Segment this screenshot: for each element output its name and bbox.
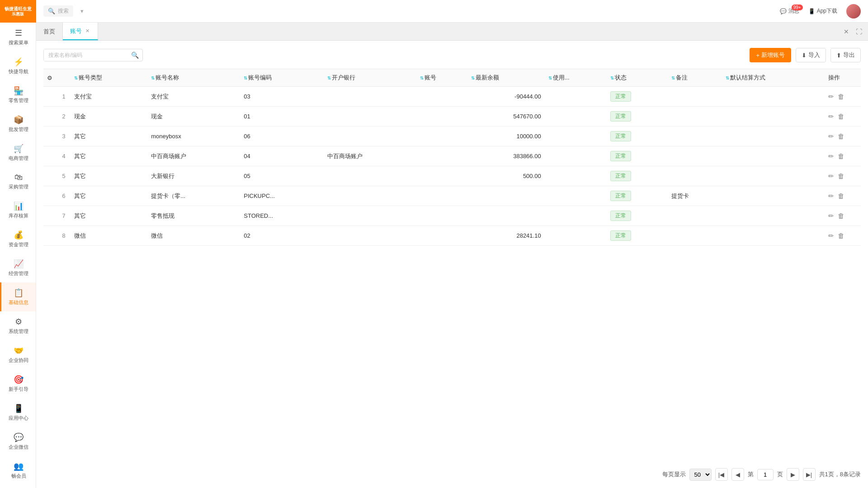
row-status-5: 正常 [607,186,668,206]
sidebar-label-wholesale-mgmt: 批发管理 [9,126,28,133]
delete-btn-1[interactable]: 🗑 [838,113,844,120]
header-search[interactable]: 🔍 搜索 [43,5,73,17]
sidebar-label-basic-info: 基础信息 [9,299,28,306]
header-search-icon: 🔍 [48,8,55,14]
sidebar-item-system-mgmt[interactable]: ⚙系统管理 [0,311,36,340]
last-page-btn[interactable]: ▶| [803,468,816,481]
sidebar-label-members: 畅会员 [11,473,26,479]
row-type-0: 支付宝 [71,87,147,107]
delete-btn-0[interactable]: 🗑 [838,93,844,100]
first-page-btn[interactable]: |◀ [715,468,728,481]
th-settings[interactable]: ⚙ [43,69,57,87]
row-bank-1 [324,107,416,127]
add-account-btn[interactable]: + 新增账号 [750,48,791,62]
edit-btn-2[interactable]: ✏ [828,132,834,141]
sidebar-item-operations[interactable]: 📈经营管理 [0,253,36,282]
edit-btn-4[interactable]: ✏ [828,172,834,180]
sidebar-item-finance[interactable]: 💰资金管理 [0,225,36,253]
app-download-label: App下载 [817,7,837,15]
sidebar-item-newbie[interactable]: 🎯新手引导 [0,369,36,398]
edit-btn-6[interactable]: ✏ [828,212,834,220]
row-name-2: moneybosx [147,127,240,146]
search-submit-btn[interactable]: 🔍 [127,52,142,59]
row-code-1: 01 [240,107,324,127]
edit-btn-5[interactable]: ✏ [828,192,834,200]
row-usage-4 [545,166,607,186]
tab-accounts[interactable]: 账号 ✕ [63,23,98,40]
row-no-5: 6 [57,186,71,206]
sidebar-item-purchase-mgmt[interactable]: 🛍采购管理 [0,167,36,196]
sidebar-item-corp-agreement[interactable]: 🤝企业协同 [0,340,36,369]
sidebar-item-corp-wechat[interactable]: 💬企业微信 [0,427,36,456]
page-end-label: 页 [777,470,783,479]
th-account[interactable]: ⇅账号 [416,69,467,87]
tab-accounts-close[interactable]: ✕ [85,28,90,34]
sidebar-item-retail-mgmt[interactable]: 🏪零售管理 [0,80,36,109]
th-default-payment[interactable]: ⇅默认结算方式 [722,69,825,87]
table-row: 3 其它 moneybosx 06 10000.00 正常 ✏ 🗑 [43,127,861,146]
row-bank-2 [324,127,416,146]
row-status-7: 正常 [607,226,668,246]
page-size-select[interactable]: 50 [689,469,712,481]
header-app-download[interactable]: 📱 App下载 [808,7,837,15]
basic-info-icon: 📋 [14,288,24,298]
header-dropdown-icon[interactable]: ▾ [80,8,84,14]
delete-btn-2[interactable]: 🗑 [838,132,844,140]
delete-btn-5[interactable]: 🗑 [838,192,844,200]
row-bank-0 [324,87,416,107]
th-balance[interactable]: ⇅最新余额 [467,69,544,87]
header-right: 💬 消息 99+ 📱 App下载 [780,4,861,19]
tab-close-btn[interactable]: ✕ [841,26,852,37]
th-type[interactable]: ⇅账号类型 [71,69,147,87]
finance-icon: 💰 [14,230,24,240]
page-input[interactable] [757,469,774,480]
th-bank[interactable]: ⇅开户银行 [324,69,416,87]
header-left: 🔍 搜索 ▾ [43,5,84,17]
content-area: 🔍 + 新增账号 ⬇ 导入 ⬆ 导出 ⚙ [36,41,868,488]
tab-expand-btn[interactable]: ⛶ [854,26,864,37]
edit-btn-7[interactable]: ✏ [828,232,834,240]
user-avatar[interactable] [846,4,861,19]
sidebar-item-ecommerce-mgmt[interactable]: 🛒电商管理 [0,138,36,167]
import-btn[interactable]: ⬇ 导入 [796,48,826,62]
sidebar-item-search-menu[interactable]: ☰搜索菜单 [0,23,36,52]
delete-btn-6[interactable]: 🗑 [838,212,844,220]
system-mgmt-icon: ⚙ [15,317,22,327]
edit-btn-3[interactable]: ✏ [828,152,834,160]
search-box[interactable]: 🔍 [43,49,143,61]
sidebar-item-inventory[interactable]: 📊库存核算 [0,196,36,225]
sidebar-item-wholesale-mgmt[interactable]: 📦批发管理 [0,109,36,138]
th-name[interactable]: ⇅账号名称 [147,69,240,87]
th-status[interactable]: ⇅状态 [607,69,668,87]
prev-page-btn[interactable]: ◀ [731,468,744,481]
th-code[interactable]: ⇅账号编码 [240,69,324,87]
row-type-1: 现金 [71,107,147,127]
search-menu-icon: ☰ [15,28,22,38]
row-balance-7: 28241.10 [467,226,544,246]
delete-btn-4[interactable]: 🗑 [838,172,844,180]
sidebar-item-members[interactable]: 👥畅会员 [0,456,36,485]
row-type-6: 其它 [71,206,147,226]
edit-btn-0[interactable]: ✏ [828,93,834,101]
sidebar-item-app-center[interactable]: 📱应用中心 [0,398,36,427]
search-input[interactable] [44,49,127,61]
sidebar-item-basic-info[interactable]: 📋基础信息 [0,282,36,311]
row-settings-4 [43,166,57,186]
th-remark[interactable]: ⇅备注 [668,69,722,87]
sidebar-item-shortcuts[interactable]: ⚡快捷导航 [0,52,36,80]
edit-btn-1[interactable]: ✏ [828,113,834,121]
message-icon: 💬 [780,8,787,14]
tab-home[interactable]: 首页 [36,23,63,40]
toolbar: 🔍 + 新增账号 ⬇ 导入 ⬆ 导出 [43,48,861,62]
header-message[interactable]: 💬 消息 99+ [780,7,799,15]
delete-btn-3[interactable]: 🗑 [838,152,844,160]
th-usage[interactable]: ⇅使用... [545,69,607,87]
sidebar-label-corp-agreement: 企业协同 [9,357,28,364]
row-action-6: ✏ 🗑 [825,206,861,226]
row-bank-4 [324,166,416,186]
delete-btn-7[interactable]: 🗑 [838,232,844,239]
row-no-7: 8 [57,226,71,246]
row-status-6: 正常 [607,206,668,226]
next-page-btn[interactable]: ▶ [787,468,799,481]
export-btn[interactable]: ⬆ 导出 [830,48,861,62]
